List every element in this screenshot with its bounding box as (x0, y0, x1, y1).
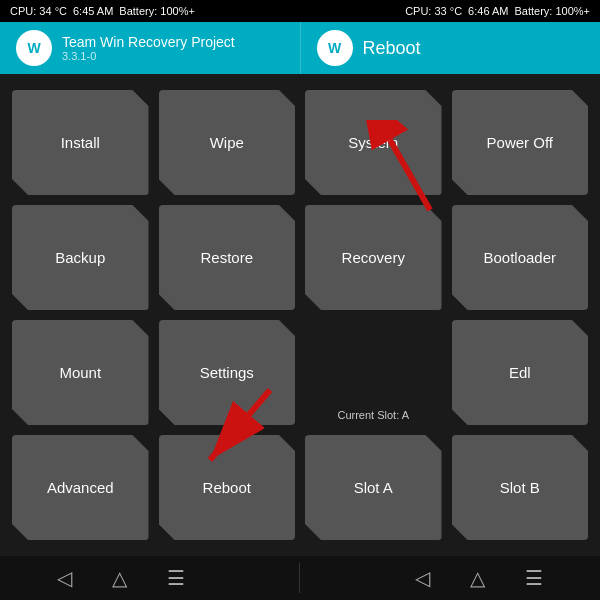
system-button[interactable]: System (305, 90, 442, 195)
mount-button[interactable]: Mount (12, 320, 149, 425)
twrp-logo: W (16, 30, 52, 66)
nav-menu-left[interactable]: ☰ (167, 566, 185, 590)
bottom-nav: ◁ △ ☰ ◁ △ ☰ (0, 556, 600, 600)
status-left: CPU: 34 °C 6:45 AM Battery: 100%+ (10, 5, 195, 17)
main-grid: Install Wipe System Power Off Backup Res… (0, 74, 600, 556)
reboot-title: Reboot (363, 38, 421, 59)
wipe-button[interactable]: Wipe (159, 90, 296, 195)
settings-button[interactable]: Settings (159, 320, 296, 425)
recovery-button[interactable]: Recovery (305, 205, 442, 310)
restore-button[interactable]: Restore (159, 205, 296, 310)
slot-b-button[interactable]: Slot B (452, 435, 589, 540)
header: W Team Win Recovery Project 3.3.1-0 W Re… (0, 22, 600, 74)
install-button[interactable]: Install (12, 90, 149, 195)
status-right: CPU: 33 °C 6:46 AM Battery: 100%+ (405, 5, 590, 17)
status-bar: CPU: 34 °C 6:45 AM Battery: 100%+ CPU: 3… (0, 0, 600, 22)
power-off-button[interactable]: Power Off (452, 90, 589, 195)
nav-back-left[interactable]: ◁ (57, 566, 72, 590)
app-title: Team Win Recovery Project (62, 34, 235, 51)
slot-info-cell: Current Slot: A (305, 320, 442, 425)
nav-group-right: ◁ △ ☰ (415, 566, 543, 590)
edl-button[interactable]: Edl (452, 320, 589, 425)
nav-menu-right[interactable]: ☰ (525, 566, 543, 590)
app-version: 3.3.1-0 (62, 50, 235, 62)
cpu-temp-right: CPU: 33 °C (405, 5, 462, 17)
nav-group-left: ◁ △ ☰ (57, 566, 185, 590)
advanced-button[interactable]: Advanced (12, 435, 149, 540)
header-right[interactable]: W Reboot (300, 22, 601, 74)
battery-right: Battery: 100%+ (514, 5, 590, 17)
backup-button[interactable]: Backup (12, 205, 149, 310)
time-right: 6:46 AM (468, 5, 508, 17)
nav-divider (299, 563, 300, 593)
cpu-temp-left: CPU: 34 °C (10, 5, 67, 17)
header-left: W Team Win Recovery Project 3.3.1-0 (0, 22, 300, 74)
reboot-button[interactable]: Reboot (159, 435, 296, 540)
battery-left: Battery: 100%+ (119, 5, 195, 17)
nav-back-right[interactable]: ◁ (415, 566, 430, 590)
reboot-logo: W (317, 30, 353, 66)
time-left: 6:45 AM (73, 5, 113, 17)
bootloader-button[interactable]: Bootloader (452, 205, 589, 310)
nav-home-right[interactable]: △ (470, 566, 485, 590)
slot-a-button[interactable]: Slot A (305, 435, 442, 540)
header-left-text: Team Win Recovery Project 3.3.1-0 (62, 34, 235, 63)
nav-home-left[interactable]: △ (112, 566, 127, 590)
current-slot-text: Current Slot: A (337, 409, 409, 421)
